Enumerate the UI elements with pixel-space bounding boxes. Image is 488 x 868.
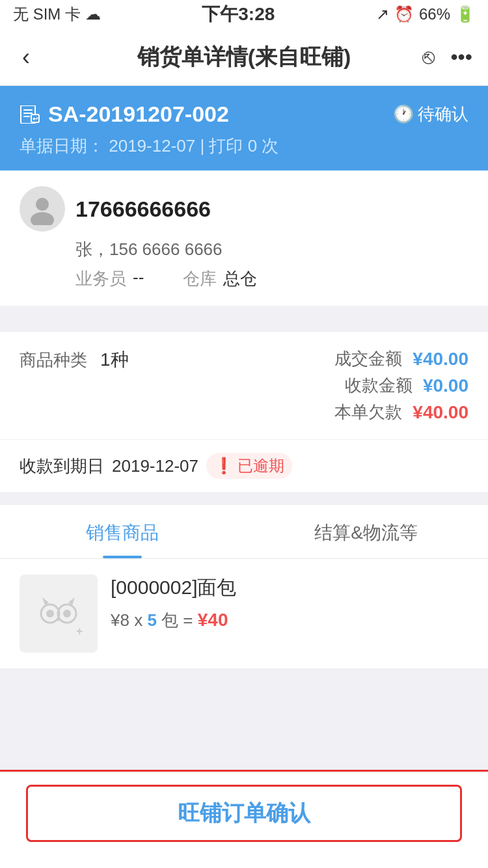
order-id: ↩ SA-20191207-002 — [20, 102, 229, 127]
overdue-badge: ❗ 已逾期 — [206, 453, 292, 479]
svg-rect-2 — [23, 113, 33, 114]
tab-products[interactable]: 销售商品 — [0, 505, 244, 558]
sim-status: 无 SIM 卡 ☁ — [13, 4, 101, 25]
customer-meta: 业务员 -- 仓库 总仓 — [20, 267, 468, 290]
back-button[interactable]: ‹ — [16, 37, 36, 77]
summary-left: 商品种类 1种 — [20, 347, 244, 424]
print-count: 0 — [248, 136, 257, 156]
multiply-sign: x — [134, 610, 147, 630]
status-right: ↗ ⏰ 66% 🔋 — [376, 5, 475, 23]
location-icon: ↗ — [376, 5, 389, 23]
status-bar: 无 SIM 卡 ☁ 下午3:28 ↗ ⏰ 66% 🔋 — [0, 0, 488, 29]
total-price: ¥40 — [198, 610, 228, 630]
unit-price: ¥8 — [111, 610, 129, 630]
svg-point-7 — [31, 212, 54, 225]
product-name: [0000002]面包 — [111, 575, 468, 601]
warehouse-item: 仓库 总仓 — [183, 267, 257, 290]
more-icon[interactable]: ••• — [450, 45, 472, 69]
order-id-row: ↩ SA-20191207-002 🕐 待确认 — [20, 102, 468, 127]
sales-rep-item: 业务员 -- — [75, 267, 144, 290]
divider-1 — [0, 319, 488, 332]
summary-section: 商品种类 1种 成交金额 ¥40.00 收款金额 ¥0.00 本单欠款 ¥40.… — [0, 332, 488, 439]
product-section: + [0000002]面包 ¥8 x 5 包 = ¥40 — [0, 559, 488, 668]
due-date-value: 2019-12-07 — [112, 456, 198, 476]
alarm-icon: ⏰ — [394, 5, 414, 23]
quantity: 5 — [147, 610, 156, 630]
tabs-section: 销售商品 结算&物流等 — [0, 505, 488, 559]
owl-logo-image: + — [29, 591, 88, 636]
divider-2 — [0, 492, 488, 505]
sales-rep-label: 业务员 — [75, 267, 126, 290]
tabs-row: 销售商品 结算&物流等 — [0, 505, 488, 559]
avatar — [20, 186, 65, 232]
svg-text:+: + — [76, 625, 83, 636]
page-title: 销货单详情(来自旺铺) — [137, 42, 351, 72]
due-date-section: 收款到期日 2019-12-07 ❗ 已逾期 — [0, 439, 488, 492]
customer-phone: 17666666666 — [75, 197, 211, 222]
amount-row: 成交金额 ¥40.00 — [334, 347, 468, 370]
svg-rect-1 — [23, 109, 33, 111]
amount-label: 成交金额 — [334, 347, 402, 370]
order-status: 🕐 待确认 — [393, 103, 468, 126]
battery-icon: 🔋 — [455, 5, 475, 23]
summary-right: 成交金额 ¥40.00 收款金额 ¥0.00 本单欠款 ¥40.00 — [244, 347, 468, 424]
due-date-label: 收款到期日 — [20, 455, 104, 478]
product-info: [0000002]面包 ¥8 x 5 包 = ¥40 — [111, 575, 468, 632]
nav-actions: ⎋ ••• — [422, 45, 472, 69]
received-value: ¥0.00 — [423, 375, 468, 396]
product-type-row: 商品种类 1种 — [20, 347, 244, 372]
received-row: 收款金额 ¥0.00 — [345, 374, 468, 397]
customer-row: 17666666666 — [20, 186, 468, 232]
due-row: 本单欠款 ¥40.00 — [334, 401, 468, 424]
unit: 包 — [161, 610, 178, 630]
order-date-value: 2019-12-07 — [109, 136, 195, 156]
type-label: 商品种类 — [20, 349, 87, 372]
overdue-text: 已逾期 — [237, 455, 284, 476]
svg-point-6 — [36, 198, 49, 211]
status-left: 无 SIM 卡 ☁ — [13, 4, 101, 25]
svg-point-10 — [46, 610, 54, 617]
nav-bar: ‹ 销货单详情(来自旺铺) ⎋ ••• — [0, 29, 488, 86]
confirm-order-button[interactable]: 旺铺订单确认 — [26, 785, 462, 842]
order-header: ↩ SA-20191207-002 🕐 待确认 单据日期： 2019-12-07… — [0, 86, 488, 170]
product-image: + — [20, 575, 98, 653]
amount-value: ¥40.00 — [413, 349, 468, 370]
customer-name: 张，156 6666 6666 — [20, 238, 468, 261]
warehouse-label: 仓库 — [183, 267, 217, 290]
clock-icon: 🕐 — [393, 104, 414, 124]
order-doc-icon: ↩ — [20, 105, 40, 124]
svg-text:↩: ↩ — [33, 115, 38, 122]
received-label: 收款金额 — [345, 374, 413, 397]
svg-point-11 — [63, 610, 71, 617]
svg-rect-3 — [23, 116, 30, 117]
sales-rep-value: -- — [133, 267, 144, 290]
due-value: ¥40.00 — [413, 402, 468, 423]
warehouse-value: 总仓 — [223, 267, 257, 290]
customer-section: 17666666666 张，156 6666 6666 业务员 -- 仓库 总仓 — [0, 170, 488, 306]
status-time: 下午3:28 — [202, 2, 275, 27]
confirm-btn-container: 旺铺订单确认 — [0, 770, 488, 868]
equals-sign: = — [183, 610, 197, 630]
tab-settlement[interactable]: 结算&物流等 — [244, 505, 488, 558]
battery-level: 66% — [419, 5, 450, 23]
overdue-icon: ❗ — [214, 457, 234, 475]
share-icon[interactable]: ⎋ — [422, 45, 435, 69]
svg-marker-12 — [56, 616, 61, 621]
product-price-row: ¥8 x 5 包 = ¥40 — [111, 609, 468, 632]
order-date-row: 单据日期： 2019-12-07 | 打印 0 次 — [20, 135, 468, 157]
due-label: 本单欠款 — [334, 401, 402, 424]
type-value: 1种 — [100, 347, 129, 372]
